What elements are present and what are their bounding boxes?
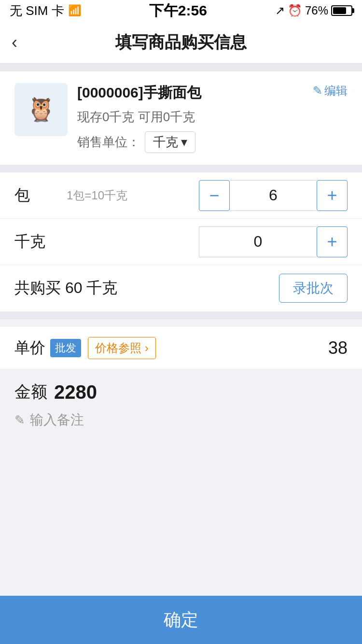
battery-bar: [331, 5, 352, 16]
amount-section: 金额 2280 ✎ 输入备注: [0, 369, 362, 434]
price-ref-button[interactable]: 价格参照 ›: [88, 337, 156, 359]
back-button[interactable]: ‹: [12, 32, 17, 53]
price-label: 单价: [14, 337, 45, 359]
bao-controls: − +: [199, 180, 348, 211]
kg-label: 千克: [14, 231, 63, 252]
price-tag: 批发: [50, 339, 81, 357]
section-divider-2: [0, 165, 362, 172]
bao-hint: 1包=10千克: [67, 188, 127, 203]
chevron-down-icon: ▾: [181, 135, 187, 150]
product-thumbnail: 🦉: [14, 83, 68, 136]
amount-row: 金额 2280: [14, 381, 348, 403]
kg-row: 千克 +: [0, 219, 362, 265]
price-row: 单价 批发 价格参照 › 38: [0, 327, 362, 369]
bao-label: 包: [14, 185, 63, 206]
product-name-row: [0000006]手撕面包 ✎ 编辑: [77, 83, 348, 103]
battery-percent: 76%: [305, 4, 328, 17]
unit-select[interactable]: 千克 ▾: [145, 131, 195, 153]
battery-fill: [333, 7, 346, 14]
pencil-icon: ✎: [14, 413, 25, 428]
kg-input[interactable]: [199, 226, 317, 257]
status-bar: 无 SIM 卡 📶 下午2:56 ↗ ⏰ 76%: [0, 0, 362, 21]
edit-label: 编辑: [324, 83, 348, 98]
remark-row[interactable]: ✎ 输入备注: [14, 411, 348, 429]
form-section: 包 1包=10千克 − + 千克 +: [0, 172, 362, 265]
bao-minus-button[interactable]: −: [199, 180, 230, 211]
remark-placeholder[interactable]: 输入备注: [30, 411, 84, 429]
price-value: 38: [328, 338, 348, 358]
nav-bar: ‹ 填写商品购买信息: [0, 21, 362, 64]
kg-plus-button[interactable]: +: [317, 226, 348, 257]
section-divider-1: [0, 64, 362, 71]
product-info: [0000006]手撕面包 ✎ 编辑 现存0千克 可用0千克 销售单位： 千克 …: [77, 83, 348, 153]
product-stock: 现存0千克 可用0千克: [77, 109, 348, 126]
summary-text: 共购买 60 千克: [14, 278, 117, 299]
time-display: 下午2:56: [149, 1, 207, 21]
confirm-label: 确定: [164, 608, 198, 632]
batch-button[interactable]: 录批次: [279, 274, 348, 303]
alarm-icon: ⏰: [288, 4, 302, 17]
location-icon: ↗: [275, 4, 285, 17]
bao-row: 包 1包=10千克 − +: [0, 172, 362, 219]
bao-input[interactable]: [230, 180, 317, 211]
product-logo-icon: 🦉: [27, 96, 56, 123]
status-right: ↗ ⏰ 76%: [275, 4, 352, 17]
edit-button[interactable]: ✎ 编辑: [313, 83, 348, 98]
page-title: 填写商品购买信息: [115, 31, 247, 54]
product-card: 🦉 [0000006]手撕面包 ✎ 编辑 现存0千克 可用0千克 销售单位： 千…: [0, 71, 362, 165]
section-divider-3: [0, 311, 362, 319]
edit-icon: ✎: [313, 84, 322, 98]
unit-label: 销售单位：: [77, 134, 140, 151]
price-section: 单价 批发 价格参照 › 38: [0, 327, 362, 369]
status-left: 无 SIM 卡 📶: [10, 2, 81, 19]
product-name: [0000006]手撕面包: [77, 83, 201, 103]
carrier-text: 无 SIM 卡: [10, 2, 64, 19]
product-unit-row: 销售单位： 千克 ▾: [77, 131, 348, 153]
kg-controls: +: [199, 226, 348, 257]
bao-plus-button[interactable]: +: [317, 180, 348, 211]
content-spacer: [0, 434, 362, 596]
confirm-button[interactable]: 确定: [0, 596, 362, 644]
wifi-icon: 📶: [68, 4, 81, 17]
amount-value: 2280: [54, 381, 97, 403]
unit-value: 千克: [153, 134, 178, 151]
summary-row: 共购买 60 千克 录批次: [0, 265, 362, 311]
amount-label: 金额: [14, 381, 47, 403]
